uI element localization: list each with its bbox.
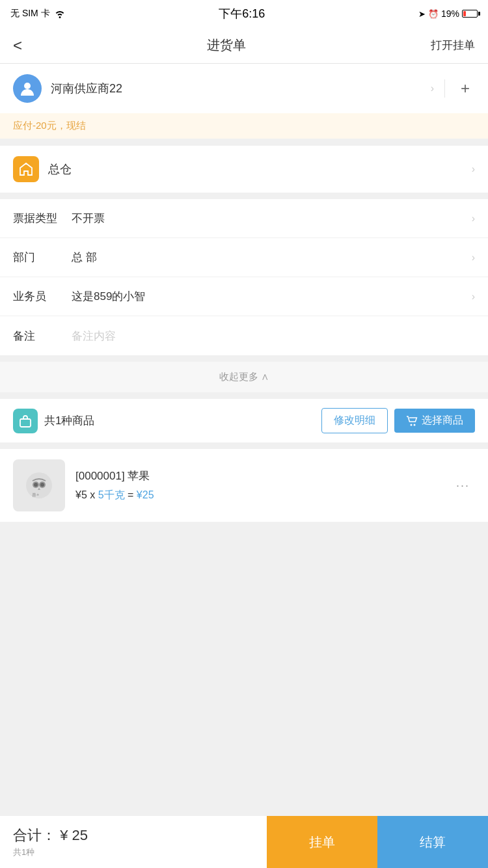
open-hang-button[interactable]: 打开挂单: [431, 38, 475, 53]
supplier-row[interactable]: 河南供应商22 › +: [0, 64, 488, 113]
invoice-value: 不开票: [72, 211, 472, 226]
remark-placeholder[interactable]: 备注内容: [72, 329, 475, 344]
svg-text:兽+: 兽+: [32, 493, 39, 497]
warehouse-row[interactable]: 总仓 ›: [0, 145, 488, 193]
product-more-button[interactable]: ···: [451, 476, 475, 495]
total-amount: 合计： ¥ 25: [13, 826, 254, 845]
status-time: 下午6:16: [219, 6, 265, 21]
bottom-spacer: [0, 522, 488, 574]
product-price: ¥5 x 5千克 = ¥25: [75, 489, 441, 502]
svg-point-3: [414, 424, 416, 426]
staff-label: 业务员: [13, 289, 72, 304]
staff-value: 这是859的小智: [72, 289, 472, 304]
select-product-button[interactable]: 选择商品: [394, 409, 475, 433]
staff-row[interactable]: 业务员 这是859的小智 ›: [0, 277, 488, 316]
invoice-label: 票据类型: [13, 211, 72, 226]
supplier-section: 河南供应商22 › + 应付-20元，现结: [0, 64, 488, 139]
remark-label: 备注: [13, 329, 72, 344]
bag-icon: [18, 414, 33, 428]
form-section: 票据类型 不开票 › 部门 总 部 › 业务员 这是859的小智 › 备注 备注…: [0, 199, 488, 355]
status-bar: 无 SIM 卡 下午6:16 ➤ ⏰ 19%: [0, 0, 488, 27]
warehouse-section: 总仓 ›: [0, 145, 488, 193]
product-thumbnail: 兽+: [13, 459, 65, 511]
location-icon: ➤: [418, 9, 426, 19]
remark-row[interactable]: 备注 备注内容: [0, 316, 488, 355]
dept-value: 总 部: [72, 250, 472, 265]
owl-logo: 兽+: [23, 469, 55, 502]
total-section: 合计： ¥ 25 共1种: [0, 816, 267, 868]
add-supplier-button[interactable]: +: [455, 77, 475, 100]
notice-bar: 应付-20元，现结: [0, 113, 488, 139]
products-icon: [13, 409, 38, 433]
product-info: [0000001] 苹果 ¥5 x 5千克 = ¥25: [75, 468, 441, 502]
home-icon: [19, 162, 33, 176]
page-title: 进货单: [207, 36, 246, 54]
collapse-bar[interactable]: 收起更多 ∧: [0, 362, 488, 392]
svg-rect-1: [20, 419, 31, 427]
dept-label: 部门: [13, 250, 72, 265]
dept-row[interactable]: 部门 总 部 ›: [0, 238, 488, 277]
warehouse-name: 总仓: [48, 161, 472, 177]
chevron-right-icon: ›: [472, 213, 475, 224]
vertical-divider: [444, 79, 445, 98]
status-carrier: 无 SIM 卡: [10, 8, 66, 20]
edit-detail-button[interactable]: 修改明细: [321, 408, 388, 433]
checkout-button[interactable]: 结算: [377, 816, 488, 868]
back-button[interactable]: <: [13, 36, 22, 55]
total-count: 共1种: [13, 847, 254, 858]
supplier-name: 河南供应商22: [51, 81, 431, 96]
status-right: ➤ ⏰ 19%: [418, 8, 478, 19]
notice-text: 应付-20元，现结: [13, 120, 86, 131]
products-count: 共1种商品: [44, 413, 315, 428]
bottom-bar: 合计： ¥ 25 共1种 挂单 结算: [0, 816, 488, 868]
nav-bar: < 进货单 打开挂单: [0, 27, 488, 64]
chevron-right-icon: ›: [472, 291, 475, 303]
battery-icon: [462, 10, 478, 18]
product-item: 兽+ [0000001] 苹果 ¥5 x 5千克 = ¥25 ···: [0, 449, 488, 522]
warehouse-icon: [13, 156, 39, 182]
alarm-icon: ⏰: [428, 9, 439, 19]
products-section: 共1种商品 修改明细 选择商品: [0, 399, 488, 442]
hang-button[interactable]: 挂单: [267, 816, 377, 868]
svg-point-7: [34, 483, 38, 487]
svg-point-0: [24, 83, 31, 89]
cart-icon: [406, 416, 418, 426]
svg-point-2: [411, 424, 413, 426]
chevron-right-icon: ›: [472, 252, 475, 264]
products-header: 共1种商品 修改明细 选择商品: [0, 399, 488, 442]
battery-percent: 19%: [441, 8, 459, 19]
product-name: [0000001] 苹果: [75, 468, 441, 483]
svg-point-8: [40, 483, 44, 487]
wifi-icon: [54, 9, 66, 18]
chevron-right-icon: ›: [472, 163, 475, 175]
invoice-row[interactable]: 票据类型 不开票 ›: [0, 199, 488, 238]
supplier-avatar: [13, 74, 42, 103]
person-icon: [19, 80, 36, 97]
chevron-right-icon: ›: [431, 83, 434, 94]
